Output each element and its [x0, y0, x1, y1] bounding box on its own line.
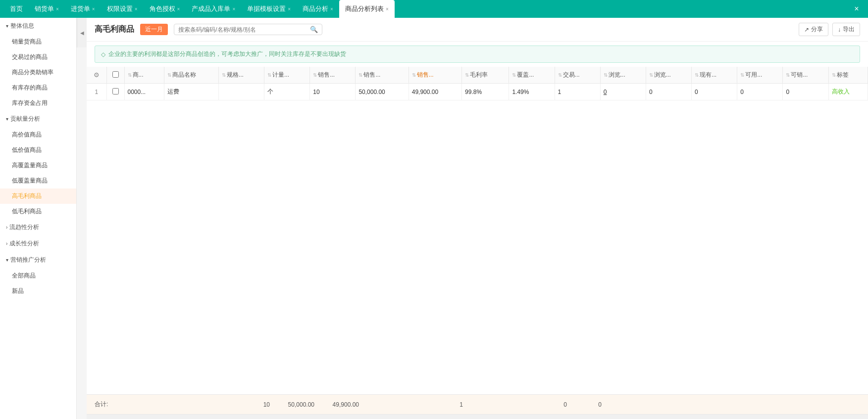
- sidebar-group-contribution[interactable]: ▾ 贡献量分析: [0, 111, 76, 127]
- sidebar-item-sales-goods[interactable]: 销量货商品: [0, 34, 76, 49]
- sidebar: ▾ 整体信息 销量货商品 交易过的商品 商品分类助销率 有库存的商品 库存资金占…: [0, 18, 77, 419]
- nav-product-analysis[interactable]: 商品分析 ×: [297, 0, 339, 18]
- footer-empty4: [501, 401, 535, 408]
- col-available[interactable]: ⇅可用...: [737, 67, 783, 84]
- cell-sales3: 49,900.00: [408, 84, 461, 100]
- window-close-button[interactable]: ×: [849, 1, 864, 16]
- col-name[interactable]: ⇅商品名称: [164, 67, 218, 84]
- sort-icon-unit: ⇅: [267, 72, 271, 78]
- cell-gross-rate: 99.8%: [462, 84, 509, 100]
- sort-icon-available: ⇅: [740, 72, 744, 78]
- sidebar-item-new-products[interactable]: 新品: [0, 283, 76, 299]
- col-browse1[interactable]: ⇅浏览...: [600, 67, 646, 84]
- sidebar-group-marketing[interactable]: ▾ 营销推广分析: [0, 252, 76, 268]
- sidebar-item-traded-goods[interactable]: 交易过的商品: [0, 49, 76, 65]
- close-role-auth[interactable]: ×: [177, 6, 180, 12]
- cell-sales2: 50,000.00: [356, 84, 408, 100]
- sort-icon-browse1: ⇅: [604, 72, 608, 78]
- tip-text: 企业的主要的利润都是这部分商品创造的，可考虑加大推广，同时关注库存是不要出现缺货: [108, 50, 346, 58]
- tip-banner: ◇ 企业的主要的利润都是这部分商品创造的，可考虑加大推广，同时关注库存是不要出现…: [95, 46, 860, 63]
- sort-icon-tag: ⇅: [832, 72, 836, 78]
- close-template-settings[interactable]: ×: [288, 6, 291, 12]
- sort-icon-sales1: ⇅: [313, 72, 317, 78]
- nav-role-auth[interactable]: 角色授权 ×: [144, 0, 186, 18]
- nav-permission[interactable]: 权限设置 ×: [101, 0, 144, 18]
- col-code[interactable]: ⇅商...: [124, 67, 164, 84]
- footer-sales3: 49,900.00: [317, 401, 362, 408]
- col-sales2[interactable]: ⇅销售...: [356, 67, 408, 84]
- col-gross-rate[interactable]: ⇅毛利率: [462, 67, 509, 84]
- sidebar-collapse-button[interactable]: ◀: [77, 18, 87, 47]
- nav-sales-order[interactable]: 销货单 ×: [29, 0, 65, 18]
- col-settings[interactable]: ⚙: [87, 67, 106, 84]
- nav-product-analysis-list[interactable]: 商品分析列表 ×: [339, 0, 395, 18]
- header-actions: ↗ 分享 ↓ 导出: [799, 23, 860, 36]
- sort-icon-browse2: ⇅: [649, 72, 653, 78]
- cell-transactions: 1: [555, 84, 600, 100]
- search-icon[interactable]: 🔍: [310, 26, 318, 33]
- filter-period-button[interactable]: 近一月: [140, 24, 168, 35]
- close-purchase-order[interactable]: ×: [92, 6, 95, 12]
- cell-sales1: 10: [310, 84, 356, 100]
- sidebar-item-high-value[interactable]: 高价值商品: [0, 127, 76, 142]
- sidebar-item-low-value[interactable]: 低价值商品: [0, 142, 76, 158]
- close-permission[interactable]: ×: [135, 6, 138, 12]
- sidebar-item-in-stock[interactable]: 有库存的商品: [0, 80, 76, 95]
- cell-num: 1: [87, 84, 106, 100]
- sidebar-item-high-coverage[interactable]: 高覆盖量商品: [0, 158, 76, 173]
- row-checkbox[interactable]: [112, 88, 119, 94]
- sort-icon-code: ⇅: [128, 72, 132, 78]
- nav-home[interactable]: 首页: [4, 0, 29, 18]
- close-product-warehouse[interactable]: ×: [232, 6, 235, 12]
- sort-icon-spec: ⇅: [222, 72, 226, 78]
- search-input[interactable]: [178, 26, 307, 33]
- footer-empty2: [397, 401, 431, 408]
- close-sales-order[interactable]: ×: [56, 6, 59, 12]
- tip-icon: ◇: [101, 51, 105, 58]
- sort-icon-sales2: ⇅: [358, 72, 362, 78]
- share-button[interactable]: ↗ 分享: [799, 23, 828, 36]
- footer-bar: 合计: 10 50,000.00 49,900.00 1 0 0: [87, 394, 868, 414]
- col-current[interactable]: ⇅现有...: [692, 67, 737, 84]
- col-checkbox[interactable]: [106, 67, 124, 84]
- collapse-icon: ◀: [80, 30, 84, 36]
- settings-icon[interactable]: ⚙: [94, 71, 100, 79]
- horizontal-scrollbar[interactable]: [87, 414, 868, 419]
- export-button[interactable]: ↓ 导出: [832, 23, 860, 36]
- col-tag[interactable]: ⇅标签: [828, 67, 868, 84]
- footer-empty3: [466, 401, 501, 408]
- main-layout: ▾ 整体信息 销量货商品 交易过的商品 商品分类助销率 有库存的商品 库存资金占…: [0, 18, 868, 419]
- nav-purchase-order[interactable]: 进货单 ×: [65, 0, 101, 18]
- col-spec[interactable]: ⇅规格...: [218, 67, 264, 84]
- close-product-analysis-list[interactable]: ×: [386, 6, 389, 12]
- sidebar-item-low-margin[interactable]: 低毛利商品: [0, 204, 76, 219]
- nav-template-settings[interactable]: 单据模板设置 ×: [241, 0, 297, 18]
- arrow-growth: ›: [6, 241, 7, 246]
- sort-icon-trans: ⇅: [558, 72, 562, 78]
- col-coverage[interactable]: ⇅覆盖...: [509, 67, 555, 84]
- sidebar-item-high-margin[interactable]: 高毛利商品: [0, 188, 76, 204]
- col-sellable[interactable]: ⇅可销...: [783, 67, 828, 84]
- col-browse2[interactable]: ⇅浏览...: [646, 67, 691, 84]
- sidebar-group-trend[interactable]: › 流趋性分析: [0, 219, 76, 235]
- cell-browse1[interactable]: 0: [600, 84, 646, 100]
- sidebar-item-low-coverage[interactable]: 低覆盖量商品: [0, 173, 76, 188]
- content-header: 高毛利商品 近一月 🔍 ↗ 分享 ↓ 导出: [87, 18, 868, 42]
- page-title: 高毛利商品: [95, 24, 134, 35]
- sidebar-item-category-sales-rate[interactable]: 商品分类助销率: [0, 65, 76, 80]
- nav-product-warehouse[interactable]: 产成品入库单 ×: [186, 0, 241, 18]
- col-transactions[interactable]: ⇅交易...: [555, 67, 600, 84]
- search-box: 🔍: [174, 24, 322, 35]
- sidebar-item-all-products[interactable]: 全部商品: [0, 268, 76, 283]
- close-product-analysis[interactable]: ×: [330, 6, 333, 12]
- content-area: 高毛利商品 近一月 🔍 ↗ 分享 ↓ 导出 ◇ 企业的主要的利润都是这部分商品创…: [87, 18, 868, 419]
- sidebar-group-overall[interactable]: ▾ 整体信息: [0, 18, 76, 34]
- cell-checkbox[interactable]: [106, 84, 124, 100]
- col-sales1[interactable]: ⇅销售...: [310, 67, 356, 84]
- col-sales3[interactable]: ⇅销售...: [408, 67, 461, 84]
- sidebar-group-growth[interactable]: › 成长性分析: [0, 235, 76, 252]
- col-unit[interactable]: ⇅计量...: [264, 67, 310, 84]
- sidebar-item-stock-funds[interactable]: 库存资金占用: [0, 95, 76, 111]
- select-all-checkbox[interactable]: [112, 71, 119, 78]
- footer-sales2: 50,000.00: [273, 401, 317, 408]
